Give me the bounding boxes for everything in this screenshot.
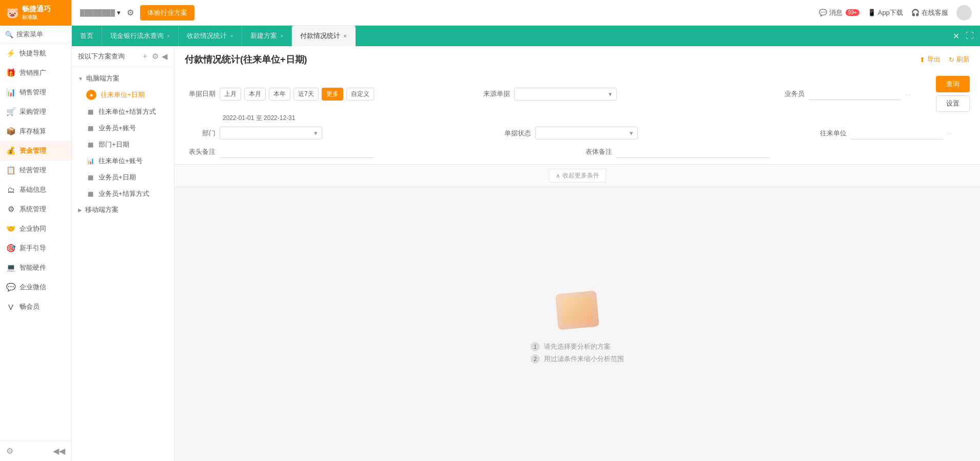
marketing-icon: 🎁 (6, 68, 15, 77)
app-name: 畅捷通巧 (22, 5, 51, 14)
scheme-group-desktop[interactable]: ▼ 电脑端方案 (72, 71, 174, 86)
sidebar-item-wechat[interactable]: 💬 企业微信 (0, 277, 71, 297)
scheme-settings-icon[interactable]: ⚙ (152, 52, 159, 61)
capital-icon: 💰 (6, 146, 15, 155)
scheme-item-icon: 📊 (86, 157, 94, 165)
scheme-item-icon: ▦ (86, 108, 94, 116)
date-btns-group: 上月 本月 本年 近7天 更多 自定义 (220, 88, 374, 101)
source-select-arrow: ▾ (609, 90, 612, 98)
sidebar-item-inventory[interactable]: 📦 库存核算 (0, 122, 71, 141)
scheme-panel: 按以下方案查询 ＋ ⚙ ◀ ▼ 电脑端方案 ● 往来单位+日期 ▦ (72, 46, 174, 461)
topbar-company-select[interactable]: ████████ ▾ (80, 9, 121, 16)
online-service-btn[interactable]: 🎧 在线客服 (911, 8, 948, 17)
scheme-item-icon: ▦ (86, 124, 94, 132)
date-btn-more[interactable]: 更多 (322, 88, 343, 101)
filter-row-1: 单据日期 上月 本月 本年 近7天 更多 自定义 来源单据 (185, 76, 970, 112)
sidebar-item-purchase[interactable]: 🛒 采购管理 (0, 102, 71, 122)
source-select[interactable]: ▾ (514, 88, 617, 101)
header-remark-label: 表头备注 (185, 147, 215, 156)
scheme-item-staff-account[interactable]: ▦ 业务员+账号 (72, 120, 174, 136)
body-remark-input[interactable] (616, 146, 770, 158)
date-btn-last-month[interactable]: 上月 (220, 88, 241, 101)
date-btn-this-month[interactable]: 本月 (244, 88, 266, 101)
sidebar-item-label: 系统管理 (19, 205, 46, 214)
sidebar-item-capital[interactable]: 💰 资金管理 (0, 141, 71, 161)
sidebar-item-operation[interactable]: 📋 经营管理 (0, 161, 71, 180)
trial-btn[interactable]: 体验行业方案 (140, 5, 194, 21)
sidebar-item-hardware[interactable]: 💻 智能硬件 (0, 258, 71, 277)
tab-cashflow-close[interactable]: × (167, 33, 170, 39)
scheme-add-icon[interactable]: ＋ (141, 51, 149, 61)
export-btn[interactable]: ⬆ 导出 (919, 55, 940, 64)
date-btn-custom[interactable]: 自定义 (346, 88, 374, 101)
main-area: ████████ ▾ ⚙ 体验行业方案 💬 消息 99+ 📱 App下载 🎧 在… (72, 0, 980, 461)
scheme-item-staff-date[interactable]: ▦ 业务员+日期 (72, 169, 174, 186)
app-download-label: App下载 (878, 8, 903, 17)
tab-expand-icon[interactable]: ⛶ (966, 31, 974, 41)
query-btn[interactable]: 查询 (936, 76, 970, 92)
sidebar-item-label: 销售管理 (19, 88, 46, 97)
collapse-sidebar-icon[interactable]: ◀◀ (53, 446, 65, 456)
group-arrow-icon: ▼ (78, 76, 83, 82)
user-avatar[interactable] (956, 5, 972, 21)
sales-icon: 📊 (6, 88, 15, 97)
collapse-btn[interactable]: ∧ 收起更多条件 (549, 169, 606, 183)
date-range-display: 2022-01-01 至 2022-12-31 (220, 114, 970, 123)
sidebar-item-label: 资金管理 (19, 146, 46, 155)
scheme-item-icon: ▦ (86, 190, 94, 198)
staff-input[interactable] (809, 88, 901, 100)
header-remark-input[interactable] (220, 146, 374, 158)
sidebar-item-enterprise[interactable]: 🤝 企业协同 (0, 219, 71, 238)
tab-new-scheme[interactable]: 新建方案 × (242, 26, 292, 46)
partner-ellipsis[interactable]: ··· (947, 129, 953, 137)
filter-col-staff: 业务员 ··· (774, 88, 928, 100)
app-download-btn[interactable]: 📱 App下载 (868, 8, 903, 17)
sidebar-item-quick-nav[interactable]: ⚡ 快捷导航 (0, 44, 71, 63)
scheme-item-unit-date[interactable]: ● 往来单位+日期 (72, 86, 174, 104)
date-btn-last-7-days[interactable]: 近7天 (293, 88, 319, 101)
partner-input[interactable] (851, 127, 943, 139)
scheme-group-mobile[interactable]: ▶ 移动端方案 (72, 202, 174, 217)
refresh-btn[interactable]: ↻ 刷新 (949, 55, 970, 64)
hardware-icon: 💻 (6, 263, 15, 272)
settings-btn[interactable]: 设置 (936, 95, 970, 112)
sidebar-item-marketing[interactable]: 🎁 营销推广 (0, 63, 71, 83)
messages-btn[interactable]: 💬 消息 99+ (819, 8, 859, 17)
filter-area: 付款情况统计(往来单位+日期) ⬆ 导出 ↻ 刷新 单 (174, 46, 980, 461)
date-btn-this-year[interactable]: 本年 (269, 88, 290, 101)
scheme-item-unit-settlement[interactable]: ▦ 往来单位+结算方式 (72, 104, 174, 120)
tab-cashflow[interactable]: 现金银行流水查询 × (102, 26, 179, 46)
sidebar-item-guide[interactable]: 🎯 新手引导 (0, 238, 71, 258)
filter-header: 付款情况统计(往来单位+日期) ⬆ 导出 ↻ 刷新 (174, 46, 980, 70)
sidebar-item-member[interactable]: V 畅会员 (0, 297, 71, 316)
sidebar-item-sales[interactable]: 📊 销售管理 (0, 83, 71, 102)
doc-status-select[interactable]: ▾ (535, 127, 638, 139)
sidebar-item-basic-info[interactable]: 🗂 基础信息 (0, 180, 71, 199)
dept-select[interactable]: ▾ (220, 127, 322, 139)
scheme-collapse-icon[interactable]: ◀ (162, 52, 168, 61)
tab-collection-close[interactable]: × (230, 33, 233, 39)
filter-col-body-remark: 表体备注 (581, 146, 970, 158)
tab-payment-stats[interactable]: 付款情况统计 × (292, 26, 355, 46)
tab-home[interactable]: 首页 (72, 26, 102, 46)
enterprise-icon: 🤝 (6, 224, 15, 233)
tab-collection[interactable]: 收款情况统计 × (179, 26, 242, 46)
topbar-gear-icon[interactable]: ⚙ (127, 8, 134, 17)
tab-close-all-icon[interactable]: ✕ (953, 31, 959, 41)
scheme-item-staff-settlement[interactable]: ▦ 业务员+结算方式 (72, 186, 174, 202)
sidebar-item-label: 企业协同 (19, 224, 46, 233)
scheme-item-dept-date[interactable]: ▦ 部门+日期 (72, 136, 174, 153)
group-arrow-icon: ▶ (78, 207, 82, 213)
filter-col-source: 来源单据 ▾ (479, 88, 766, 101)
sidebar-search[interactable]: 🔍 搜索菜单 (0, 26, 71, 44)
tab-payment-stats-close[interactable]: × (343, 33, 346, 39)
scheme-item-unit-account[interactable]: 📊 往来单位+账号 (72, 153, 174, 169)
tab-new-scheme-close[interactable]: × (280, 33, 283, 39)
scheme-item-icon: ▦ (86, 141, 94, 149)
settings-bottom-icon[interactable]: ⚙ (6, 446, 13, 456)
staff-ellipsis[interactable]: ··· (905, 90, 911, 98)
chevron-down-icon: ▾ (117, 9, 121, 16)
hint-num-1: 1 (531, 342, 540, 351)
active-indicator: ● (86, 90, 96, 100)
sidebar-item-system[interactable]: ⚙ 系统管理 (0, 199, 71, 219)
